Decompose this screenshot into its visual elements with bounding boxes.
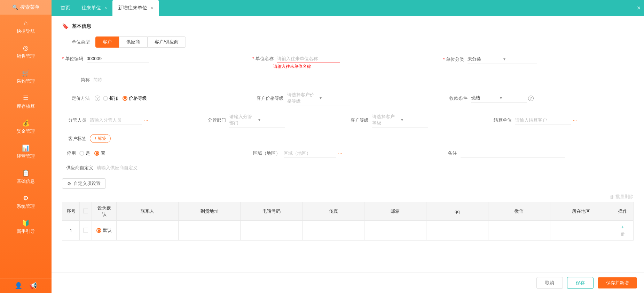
department-select[interactable]: 请输入分管部门 ▾ xyxy=(229,112,285,128)
customer-level-select[interactable]: 请选择客户等级 ▾ xyxy=(372,112,428,128)
row-add-btn[interactable]: + xyxy=(620,223,626,230)
disable-yes-radio xyxy=(79,151,84,156)
short-name-input[interactable] xyxy=(93,76,156,84)
col-checkbox xyxy=(80,202,92,221)
supplier-custom-input[interactable] xyxy=(97,164,159,172)
form-row-6: 停用 是 否 区域（地区） ··· 备注 xyxy=(62,149,634,157)
tab-bar-close-all[interactable]: × xyxy=(637,5,641,12)
row-qq-input[interactable] xyxy=(430,228,485,233)
row-default-label: 默认 xyxy=(103,227,112,234)
settlement-unit-input[interactable] xyxy=(515,116,571,124)
search-icon: 🔍 xyxy=(12,5,18,10)
unit-name-error: 请输入往来单位名称 xyxy=(273,64,311,70)
note-input[interactable] xyxy=(461,149,565,157)
sidebar-item-operations[interactable]: 📊 经营管理 xyxy=(0,139,52,164)
row-delete-btn[interactable]: 🗑 xyxy=(619,230,627,237)
select-all-checkbox[interactable] xyxy=(83,209,88,213)
tab-partners[interactable]: 往来单位 × xyxy=(76,0,112,16)
row-email[interactable] xyxy=(364,221,426,241)
row-qq[interactable] xyxy=(426,221,488,241)
sidebar-item-finance[interactable]: 💰 资金管理 xyxy=(0,114,52,139)
unit-category-select[interactable]: 未分类 ▾ xyxy=(468,55,537,64)
sidebar-bottom: 👤 📢 xyxy=(0,278,52,293)
tab-partners-close[interactable]: × xyxy=(104,6,107,10)
sidebar-item-system[interactable]: ⚙ 系统管理 xyxy=(0,189,52,214)
search-menu-item[interactable]: 🔍 搜索菜单 xyxy=(0,0,52,15)
customer-price-label: 客户价格等级 xyxy=(252,95,284,101)
sidebar-item-basic-info[interactable]: 📋 基础信息 xyxy=(0,164,52,189)
department-arrow: ▾ xyxy=(258,117,285,122)
row-address-input[interactable] xyxy=(182,228,237,233)
customer-level-placeholder: 请选择客户等级 xyxy=(372,114,399,126)
row-contact-input[interactable] xyxy=(120,228,175,233)
user-icon[interactable]: 👤 xyxy=(15,282,22,290)
region-field: 区域（地区） ··· xyxy=(252,149,443,157)
unit-type-both-btn[interactable]: 客户/供应商 xyxy=(147,36,186,48)
region-more-btn[interactable]: ··· xyxy=(338,150,342,156)
short-name-label: 简称 xyxy=(62,77,90,83)
unit-type-customer-btn[interactable]: 客户 xyxy=(95,36,119,48)
row-fax[interactable] xyxy=(303,221,364,241)
row-contact[interactable] xyxy=(117,221,179,241)
notification-icon[interactable]: 📢 xyxy=(29,282,37,290)
batch-delete-label[interactable]: 批量删除 xyxy=(615,194,634,200)
tab-home[interactable]: 首页 xyxy=(55,0,76,16)
col-email: 邮箱 xyxy=(364,202,426,221)
row-default-radio-item[interactable]: 默认 xyxy=(95,227,113,234)
disable-yes-option[interactable]: 是 xyxy=(79,150,90,156)
sidebar-item-sales[interactable]: ◎ 销售管理 xyxy=(0,39,52,64)
pricing-discount-option[interactable]: 折扣 xyxy=(103,95,118,101)
save-button[interactable]: 保存 xyxy=(567,277,594,289)
row-actions: + 🗑 xyxy=(612,221,633,241)
disable-no-option[interactable]: 否 xyxy=(94,150,105,156)
pricing-help-icon[interactable]: ? xyxy=(95,96,100,101)
tab-bar: 首页 往来单位 × 新增往来单位 × × xyxy=(52,0,644,16)
row-email-input[interactable] xyxy=(368,228,423,233)
sidebar-item-inventory[interactable]: ☰ 库存核算 xyxy=(0,89,52,114)
sales-icon: ◎ xyxy=(23,44,29,52)
custom-settings-btn[interactable]: ⚙ 自定义项设置 xyxy=(62,178,106,189)
unit-type-supplier-btn[interactable]: 供应商 xyxy=(119,36,147,48)
sidebar-item-quick-nav[interactable]: ⌂ 快捷导航 xyxy=(0,15,52,39)
payment-terms-field: 收款条件 现结 ▾ ? xyxy=(443,93,634,103)
sidebar-item-label: 资金管理 xyxy=(17,128,35,135)
cancel-button[interactable]: 取消 xyxy=(536,277,563,289)
system-icon: ⚙ xyxy=(23,194,29,202)
tab-new-partner[interactable]: 新增往来单位 × xyxy=(112,0,159,16)
row-region[interactable] xyxy=(550,221,612,241)
add-tag-btn[interactable]: + 标签 xyxy=(90,134,111,143)
unit-category-arrow: ▾ xyxy=(503,57,537,62)
row-address[interactable] xyxy=(179,221,241,241)
unit-code-input[interactable] xyxy=(87,55,149,63)
row-wechat-input[interactable] xyxy=(492,228,547,233)
save-new-button[interactable]: 保存并新增 xyxy=(598,277,637,288)
row-checkbox xyxy=(80,221,92,241)
sidebar-item-guide[interactable]: 🔰 新手引导 xyxy=(0,214,52,239)
customer-price-select[interactable]: 请选择客户价格等级 ▾ xyxy=(287,90,350,106)
tab-new-partner-close[interactable]: × xyxy=(151,6,153,10)
manager-input[interactable] xyxy=(90,116,142,124)
sidebar-item-purchase[interactable]: 🛒 采购管理 xyxy=(0,64,52,89)
payment-terms-help-icon[interactable]: ? xyxy=(528,96,534,101)
row-wechat[interactable] xyxy=(488,221,550,241)
sidebar-item-label: 系统管理 xyxy=(17,203,35,210)
row-fax-input[interactable] xyxy=(306,228,361,233)
row-region-input[interactable] xyxy=(554,228,608,233)
unit-name-input[interactable] xyxy=(277,55,340,63)
operations-icon: 📊 xyxy=(22,144,30,152)
row-select-checkbox[interactable] xyxy=(83,228,88,233)
manager-more-btn[interactable]: ··· xyxy=(144,117,148,123)
settlement-more-btn[interactable]: ··· xyxy=(573,117,577,123)
region-input[interactable] xyxy=(284,149,336,157)
row-phone[interactable] xyxy=(241,221,303,241)
payment-terms-select[interactable]: 现结 ▾ xyxy=(471,93,527,103)
unit-name-label: 单位名称 xyxy=(252,56,274,62)
unit-category-label: 单位分类 xyxy=(443,56,464,63)
pricing-radio-group: 折扣 价格等级 xyxy=(103,95,147,101)
form-row-7: 供应商自定义 xyxy=(62,164,634,172)
pricing-level-option[interactable]: 价格等级 xyxy=(123,95,147,101)
row-phone-input[interactable] xyxy=(244,228,299,233)
department-field: 分管部门 请输入分管部门 ▾ xyxy=(205,112,348,128)
sidebar: 🔍 搜索菜单 ⌂ 快捷导航 ◎ 销售管理 🛒 采购管理 ☰ 库存核算 💰 资金管… xyxy=(0,0,52,293)
note-field: 备注 xyxy=(443,149,634,157)
